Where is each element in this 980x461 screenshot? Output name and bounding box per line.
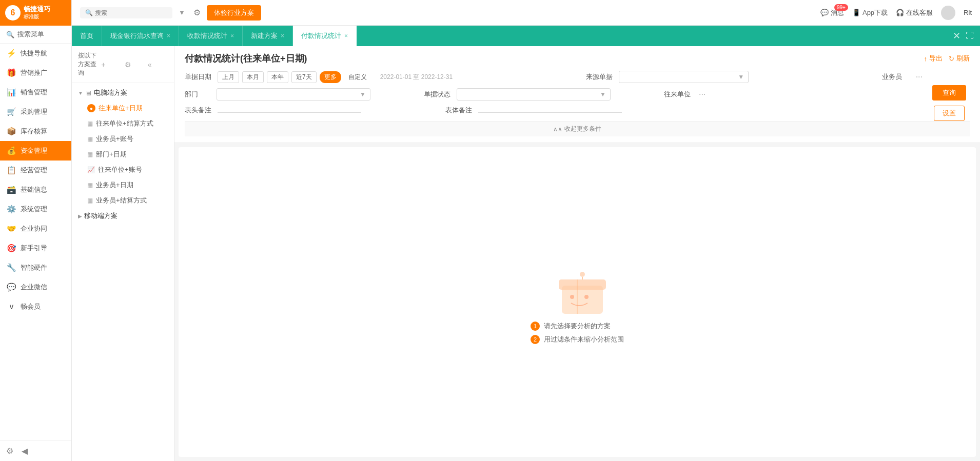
app-download-button[interactable]: 📱 App下载 bbox=[852, 8, 888, 17]
topbar-right: 💬 消息 99+ 📱 App下载 🎧 在线客服 Rit bbox=[820, 6, 972, 20]
date-btn-this-month[interactable]: 本月 bbox=[242, 71, 264, 83]
desktop-group: ▼ 🖥 电脑端方案 ● 往来单位+日期 ▦ 往来单位+结算方式 ▦ 业务 bbox=[72, 85, 174, 208]
date-btn-this-year[interactable]: 本年 bbox=[267, 71, 288, 83]
scheme-item-staff-date[interactable]: ▦ 业务员+日期 bbox=[72, 177, 174, 193]
tab-expand-icon[interactable]: ⛶ bbox=[966, 31, 974, 41]
scheme-item-unit-settlement[interactable]: ▦ 往来单位+结算方式 bbox=[72, 116, 174, 131]
sidebar-item-hardware[interactable]: 🔧 智能硬件 bbox=[0, 258, 71, 277]
sidebar-item-system[interactable]: ⚙️ 系统管理 bbox=[0, 199, 71, 219]
query-button[interactable]: 查询 bbox=[932, 85, 966, 101]
sidebar-item-label: 企业协同 bbox=[21, 224, 47, 233]
source-select[interactable]: ▼ bbox=[619, 71, 749, 83]
sidebar-nav: ⚡ 快捷导航 🎁 营销推广 📊 销售管理 🛒 采购管理 📦 库存核算 💰 资金管… bbox=[0, 44, 71, 440]
scheme-item-label: 部门+日期 bbox=[96, 150, 127, 159]
scheme-add-button[interactable]: + bbox=[101, 61, 121, 69]
desktop-arrow-icon: ▼ bbox=[78, 90, 83, 96]
tab-close-all-icon[interactable]: ✕ bbox=[953, 30, 961, 42]
date-btn-last-month[interactable]: 上月 bbox=[218, 71, 239, 83]
table-icon: ▦ bbox=[87, 151, 93, 158]
body-note-field[interactable] bbox=[478, 108, 622, 113]
refresh-button[interactable]: ↻ 刷新 bbox=[949, 54, 970, 63]
trial-button[interactable]: 体验行业方案 bbox=[207, 5, 261, 21]
mobile-group[interactable]: ▶ 移动端方案 bbox=[72, 208, 174, 224]
tab-receipt-stats-close[interactable]: × bbox=[230, 32, 234, 39]
sidebar-item-marketing[interactable]: 🎁 营销推广 bbox=[0, 63, 71, 83]
scheme-item-staff-settlement[interactable]: ▦ 业务员+结算方式 bbox=[72, 193, 174, 208]
scheme-settings-button[interactable]: ⚙ bbox=[125, 61, 145, 69]
scheme-item-label: 业务员+账号 bbox=[96, 134, 133, 144]
sidebar-item-inventory[interactable]: 📦 库存核算 bbox=[0, 122, 71, 141]
tab-new-plan-close[interactable]: × bbox=[281, 32, 284, 39]
header-note-field[interactable] bbox=[218, 108, 361, 113]
scheme-item-staff-account[interactable]: ▦ 业务员+账号 bbox=[72, 131, 174, 147]
avatar[interactable] bbox=[941, 6, 955, 20]
doc-status-label: 单据状态 bbox=[424, 90, 450, 99]
search-input[interactable] bbox=[95, 9, 156, 16]
username[interactable]: Rit bbox=[964, 9, 972, 16]
export-button[interactable]: ↑ 导出 bbox=[924, 54, 943, 63]
partner-field-dots[interactable]: ··· bbox=[697, 90, 708, 99]
sidebar-item-label: 智能硬件 bbox=[21, 263, 47, 272]
online-service-button[interactable]: 🎧 在线客服 bbox=[896, 8, 933, 17]
staff-field-dots[interactable]: ··· bbox=[914, 72, 925, 82]
filter-row-3: 表头备注 表体备注 bbox=[185, 106, 925, 115]
filter-row-2: 部门 ▼ 单据状态 ▼ 往来 bbox=[185, 88, 925, 101]
footer-collapse-icon[interactable]: ◀ bbox=[22, 446, 28, 456]
date-btn-custom[interactable]: 自定义 bbox=[344, 72, 371, 83]
sidebar-item-enterprise[interactable]: 🤝 企业协同 bbox=[0, 219, 71, 238]
collapse-more-button[interactable]: ∧∧ 收起更多条件 bbox=[185, 121, 970, 136]
messages-button[interactable]: 💬 消息 99+ bbox=[820, 8, 844, 17]
guide-icon: 🎯 bbox=[6, 244, 16, 253]
tab-payment-stats[interactable]: 付款情况统计 × bbox=[293, 26, 357, 46]
page-title: 付款情况统计(往来单位+日期) bbox=[185, 52, 307, 65]
tab-new-plan[interactable]: 新建方案 × bbox=[243, 26, 293, 46]
topbar-gear-icon[interactable]: ⚙ bbox=[191, 6, 203, 19]
topbar-search-box[interactable]: 🔍 bbox=[80, 7, 172, 18]
sidebar-item-wechat[interactable]: 💬 企业微信 bbox=[0, 277, 71, 297]
date-btn-7days[interactable]: 近7天 bbox=[291, 71, 317, 83]
partner-label: 往来单位 bbox=[664, 90, 691, 99]
scheme-item-dept-date[interactable]: ▦ 部门+日期 bbox=[72, 147, 174, 162]
empty-hint-1: 1 请先选择要分析的方案 bbox=[531, 322, 624, 331]
sidebar-search[interactable]: 🔍 搜索菜单 bbox=[0, 26, 71, 44]
wechat-icon: 💬 bbox=[6, 283, 16, 292]
footer-settings-icon[interactable]: ⚙ bbox=[6, 446, 13, 456]
empty-state: 1 请先选择要分析的方案 2 用过滤条件来缩小分析范围 bbox=[179, 147, 976, 457]
enterprise-icon: 🤝 bbox=[6, 224, 16, 233]
date-btn-more[interactable]: 更多 bbox=[320, 71, 341, 83]
sidebar-item-operation[interactable]: 📋 经营管理 bbox=[0, 161, 71, 180]
tab-bank-flow-close[interactable]: × bbox=[167, 32, 170, 39]
tab-payment-stats-close[interactable]: × bbox=[344, 32, 348, 39]
active-dot-icon: ● bbox=[87, 104, 95, 112]
scheme-item-label: 业务员+日期 bbox=[96, 181, 133, 190]
sidebar-item-label: 基础信息 bbox=[21, 185, 47, 194]
search-label: 搜索菜单 bbox=[17, 30, 44, 39]
setting-button[interactable]: 设置 bbox=[934, 106, 965, 121]
sidebar-item-member[interactable]: ∨ 畅会员 bbox=[0, 297, 71, 316]
sidebar-item-label: 企业微信 bbox=[21, 283, 47, 292]
sidebar-item-sales[interactable]: 📊 销售管理 bbox=[0, 83, 71, 102]
tab-receipt-stats[interactable]: 收款情况统计 × bbox=[179, 26, 243, 46]
tab-bank-flow[interactable]: 现金银行流水查询 × bbox=[102, 26, 179, 46]
sidebar-item-purchase[interactable]: 🛒 采购管理 bbox=[0, 102, 71, 122]
svg-point-4 bbox=[584, 295, 589, 299]
topbar-chevron-icon[interactable]: ▼ bbox=[177, 7, 187, 18]
sidebar-item-label: 营销推广 bbox=[21, 68, 47, 77]
sidebar-item-guide[interactable]: 🎯 新手引导 bbox=[0, 238, 71, 258]
dept-select[interactable]: ▼ bbox=[217, 88, 370, 101]
empty-illustration bbox=[552, 260, 603, 311]
tab-home[interactable]: 首页 bbox=[72, 26, 102, 46]
sidebar-item-label: 库存核算 bbox=[21, 127, 47, 136]
scheme-collapse-button[interactable]: « bbox=[148, 61, 168, 69]
sidebar-item-quick-nav[interactable]: ⚡ 快捷导航 bbox=[0, 44, 71, 63]
doc-status-select[interactable]: ▼ bbox=[457, 88, 611, 101]
sidebar-item-basic[interactable]: 🗃️ 基础信息 bbox=[0, 180, 71, 199]
operation-icon: 📋 bbox=[6, 166, 16, 175]
scheme-item-unit-date[interactable]: ● 往来单位+日期 bbox=[72, 101, 174, 116]
desktop-group-title[interactable]: ▼ 🖥 电脑端方案 bbox=[72, 85, 174, 101]
table-icon: ▦ bbox=[87, 135, 93, 143]
inventory-icon: 📦 bbox=[6, 127, 16, 136]
mobile-arrow-icon: ▶ bbox=[78, 213, 82, 219]
scheme-item-unit-account[interactable]: 📈 往来单位+账号 bbox=[72, 162, 174, 177]
sidebar-item-capital[interactable]: 💰 资金管理 bbox=[0, 141, 71, 161]
